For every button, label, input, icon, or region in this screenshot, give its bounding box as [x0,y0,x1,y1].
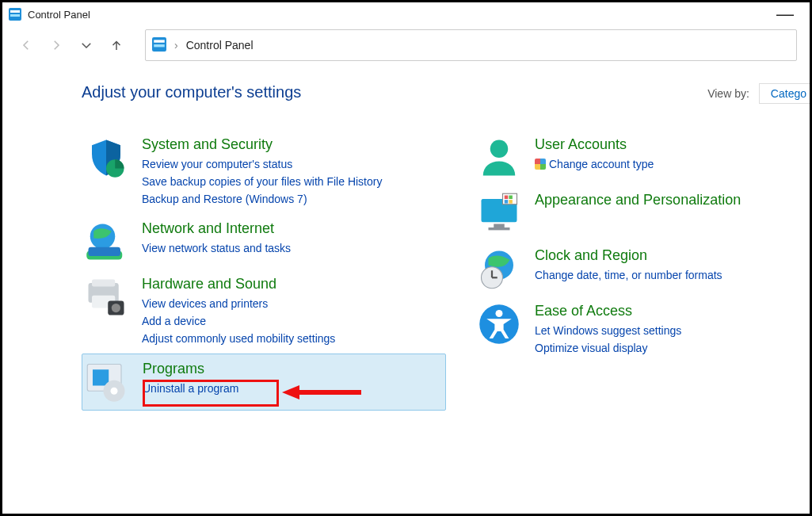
svg-rect-27 [509,196,513,200]
shield-icon [85,136,128,179]
svg-point-14 [112,304,120,312]
link-uninstall-program[interactable]: Uninstall a program [143,380,442,397]
category-title: User Accounts [535,136,812,152]
link-date-time-formats[interactable]: Change date, time, or number formats [535,266,812,284]
printer-camera-icon [85,276,128,319]
titlebar: Control Panel — [2,2,810,26]
content-area: Adjust your computer's settings View by:… [2,64,810,411]
view-by: View by: Catego [707,83,810,104]
link-change-account-type[interactable]: Change account type [535,155,812,173]
category-programs[interactable]: Programs Uninstall a program [82,354,446,411]
recent-locations-button[interactable] [75,34,97,56]
category-columns: System and Security Review your computer… [82,130,810,411]
link-add-device[interactable]: Add a device [142,312,443,330]
svg-rect-11 [92,280,115,287]
svg-rect-9 [89,247,121,256]
svg-rect-4 [154,40,165,42]
view-by-value[interactable]: Catego [759,83,810,104]
link-backup-restore[interactable]: Backup and Restore (Windows 7) [142,190,443,208]
globe-icon [85,220,128,263]
view-by-label: View by: [707,87,749,100]
category-title: Ease of Access [535,303,812,319]
svg-point-35 [496,310,503,317]
svg-rect-23 [494,224,505,228]
column-left: System and Security Review your computer… [82,130,446,411]
clock-globe-icon [478,247,520,290]
back-button[interactable] [15,34,37,56]
svg-rect-24 [489,227,510,230]
user-icon [478,136,520,179]
svg-rect-28 [505,200,509,204]
control-panel-icon [152,37,166,54]
column-right: User Accounts Change account type Appear… [475,130,812,411]
up-button[interactable] [105,34,128,56]
monitor-icon [478,192,520,235]
category-system-security[interactable]: System and Security Review your computer… [82,130,446,214]
link-file-history[interactable]: Save backup copies of your files with Fi… [142,173,443,190]
nav-row: › Control Panel [2,26,810,64]
category-title: Clock and Region [535,247,812,263]
category-appearance-personalization[interactable]: Appearance and Personalization [475,185,812,241]
address-bar[interactable]: › Control Panel [145,29,797,61]
window-title: Control Panel [28,9,90,21]
accessibility-icon [478,303,520,346]
svg-point-18 [111,388,118,395]
category-title: Hardware and Sound [142,276,443,292]
forward-button[interactable] [45,34,67,56]
category-hardware-sound[interactable]: Hardware and Sound View devices and prin… [82,269,446,354]
link-network-status[interactable]: View network status and tasks [142,239,443,257]
category-title: Programs [143,361,442,376]
svg-rect-2 [10,14,20,17]
svg-rect-26 [505,196,509,200]
svg-rect-29 [509,200,513,204]
link-review-status[interactable]: Review your computer's status [142,155,443,173]
link-mobility-settings[interactable]: Adjust commonly used mobility settings [142,330,443,347]
svg-rect-5 [154,44,165,47]
page-title: Adjust your computer's settings [82,83,810,101]
category-title: System and Security [142,136,443,152]
svg-rect-1 [10,10,20,13]
minimize-button[interactable]: — [767,10,803,18]
category-title: Appearance and Personalization [535,192,812,208]
category-user-accounts[interactable]: User Accounts Change account type [475,130,812,185]
category-ease-of-access[interactable]: Ease of Access Let Windows suggest setti… [475,296,812,363]
svg-rect-16 [93,369,109,385]
category-title: Network and Internet [142,220,443,236]
category-network-internet[interactable]: Network and Internet View network status… [82,214,446,269]
programs-icon [86,361,128,403]
control-panel-icon [9,8,21,21]
window: Control Panel — › Control Panel Adjust y… [0,0,812,516]
breadcrumb-root[interactable]: Control Panel [186,39,254,52]
link-devices-printers[interactable]: View devices and printers [142,295,443,312]
link-suggest-settings[interactable]: Let Windows suggest settings [535,322,812,339]
svg-point-21 [490,140,509,159]
link-optimize-display[interactable]: Optimize visual display [535,339,812,357]
chevron-right-icon: › [174,39,178,52]
category-clock-region[interactable]: Clock and Region Change date, time, or n… [475,241,812,296]
